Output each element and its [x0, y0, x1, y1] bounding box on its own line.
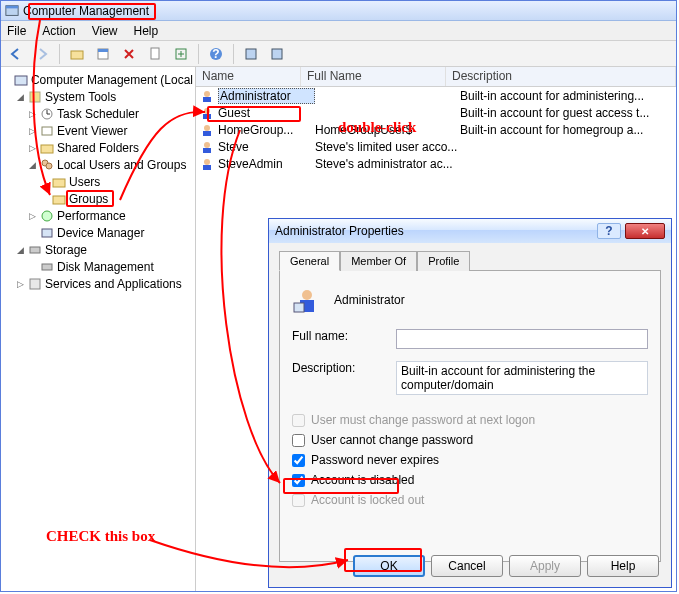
- user-description: Built-in account for homegroup a...: [460, 123, 676, 137]
- dialog-titlebar[interactable]: Administrator Properties ? ✕: [269, 219, 671, 243]
- description-text[interactable]: Built-in account for administering the c…: [396, 361, 648, 395]
- toolbar-separator: [233, 44, 234, 64]
- user-icon: [200, 157, 214, 171]
- svg-rect-4: [98, 49, 108, 52]
- checkbox-disabled-input[interactable]: [292, 474, 305, 487]
- new-folder-button[interactable]: [66, 43, 88, 65]
- svg-rect-1: [6, 5, 18, 8]
- user-icon: [292, 285, 322, 315]
- tree-event-viewer[interactable]: ▷Event Viewer: [3, 122, 193, 139]
- checkbox-cannotchange-input[interactable]: [292, 434, 305, 447]
- svg-rect-2: [71, 51, 83, 59]
- menu-action[interactable]: Action: [42, 24, 75, 38]
- help-button[interactable]: ?: [205, 43, 227, 65]
- titlebar[interactable]: Computer Management: [1, 1, 676, 21]
- column-description[interactable]: Description: [446, 67, 676, 86]
- svg-rect-37: [294, 303, 304, 312]
- column-name[interactable]: Name: [196, 67, 301, 86]
- tree-services-apps[interactable]: ▷Services and Applications: [3, 275, 193, 292]
- ok-button[interactable]: OK: [353, 555, 425, 577]
- checkbox-locked: Account is locked out: [292, 493, 648, 507]
- description-label: Description:: [292, 361, 396, 375]
- user-row[interactable]: GuestBuilt-in account for guest access t…: [196, 104, 676, 121]
- user-icon: [200, 123, 214, 137]
- column-fullname[interactable]: Full Name: [301, 67, 446, 86]
- menu-help[interactable]: Help: [134, 24, 159, 38]
- export-button[interactable]: [170, 43, 192, 65]
- svg-rect-19: [53, 196, 65, 204]
- tree-task-scheduler[interactable]: ▷Task Scheduler: [3, 105, 193, 122]
- user-name: Guest: [218, 106, 315, 120]
- nav-back-button[interactable]: [5, 43, 27, 65]
- properties-button[interactable]: [92, 43, 114, 65]
- svg-text:?: ?: [212, 47, 219, 61]
- svg-rect-34: [203, 165, 211, 170]
- user-row[interactable]: SteveAdminSteve's administrator ac...: [196, 155, 676, 172]
- user-fullname: Steve's limited user acco...: [315, 140, 460, 154]
- svg-rect-22: [30, 247, 40, 253]
- delete-button[interactable]: [118, 43, 140, 65]
- fullname-input[interactable]: [396, 329, 648, 349]
- user-fullname: HomeGroupUser$: [315, 123, 460, 137]
- menu-file[interactable]: File: [7, 24, 26, 38]
- checkbox-cannotchange[interactable]: User cannot change password: [292, 433, 648, 447]
- user-row[interactable]: HomeGroup...HomeGroupUser$Built-in accou…: [196, 121, 676, 138]
- tree-users[interactable]: Users: [3, 173, 193, 190]
- user-name: HomeGroup...: [218, 123, 315, 137]
- tab-profile[interactable]: Profile: [417, 251, 470, 271]
- dialog-buttons: OK Cancel Apply Help: [269, 555, 671, 577]
- dialog-close-button[interactable]: ✕: [625, 223, 665, 239]
- tree-storage[interactable]: ◢Storage: [3, 241, 193, 258]
- user-name: Administrator: [218, 88, 315, 104]
- checkbox-mustchange: User must change password at next logon: [292, 413, 648, 427]
- user-row[interactable]: AdministratorBuilt-in account for admini…: [196, 87, 676, 104]
- toolbar-separator: [198, 44, 199, 64]
- apply-button[interactable]: Apply: [509, 555, 581, 577]
- list-header: Name Full Name Description: [196, 67, 676, 87]
- dialog-help-button[interactable]: ?: [597, 223, 621, 239]
- svg-rect-14: [42, 127, 52, 135]
- user-icon: [200, 89, 214, 103]
- cancel-button[interactable]: Cancel: [431, 555, 503, 577]
- user-icon: [200, 106, 214, 120]
- svg-point-31: [204, 142, 210, 148]
- refresh-button[interactable]: [144, 43, 166, 65]
- checkbox-neverexpire-input[interactable]: [292, 454, 305, 467]
- svg-rect-28: [203, 114, 211, 119]
- dialog-username: Administrator: [334, 293, 405, 307]
- svg-point-35: [302, 290, 312, 300]
- tree-device-manager[interactable]: Device Manager: [3, 224, 193, 241]
- svg-point-29: [204, 125, 210, 131]
- svg-rect-23: [42, 264, 52, 270]
- tab-general[interactable]: General: [279, 251, 340, 271]
- tree-root[interactable]: Computer Management (Local: [3, 71, 193, 88]
- svg-rect-5: [151, 48, 159, 59]
- tree-disk-management[interactable]: Disk Management: [3, 258, 193, 275]
- user-row[interactable]: SteveSteve's limited user acco...: [196, 138, 676, 155]
- svg-rect-32: [203, 148, 211, 153]
- menu-view[interactable]: View: [92, 24, 118, 38]
- svg-rect-9: [246, 49, 256, 59]
- stop-button[interactable]: [240, 43, 262, 65]
- svg-rect-11: [15, 76, 27, 85]
- tab-panel-general: Administrator Full name: Description: Bu…: [279, 270, 661, 562]
- checkbox-locked-input: [292, 494, 305, 507]
- svg-rect-30: [203, 131, 211, 136]
- tree-shared-folders[interactable]: ▷Shared Folders: [3, 139, 193, 156]
- tree-performance[interactable]: ▷Performance: [3, 207, 193, 224]
- fullname-label: Full name:: [292, 329, 396, 343]
- tree-groups[interactable]: Groups: [3, 190, 193, 207]
- tab-memberof[interactable]: Member Of: [340, 251, 417, 271]
- tree-panel: Computer Management (Local ◢System Tools…: [1, 67, 196, 591]
- svg-rect-12: [30, 92, 40, 102]
- nav-forward-button[interactable]: [31, 43, 53, 65]
- svg-point-33: [204, 159, 210, 165]
- checkbox-mustchange-input: [292, 414, 305, 427]
- action-button[interactable]: [266, 43, 288, 65]
- svg-rect-18: [53, 179, 65, 187]
- tree-local-users-groups[interactable]: ◢Local Users and Groups: [3, 156, 193, 173]
- tree-system-tools[interactable]: ◢System Tools: [3, 88, 193, 105]
- help-button-dlg[interactable]: Help: [587, 555, 659, 577]
- checkbox-neverexpire[interactable]: Password never expires: [292, 453, 648, 467]
- checkbox-disabled[interactable]: Account is disabled: [292, 473, 648, 487]
